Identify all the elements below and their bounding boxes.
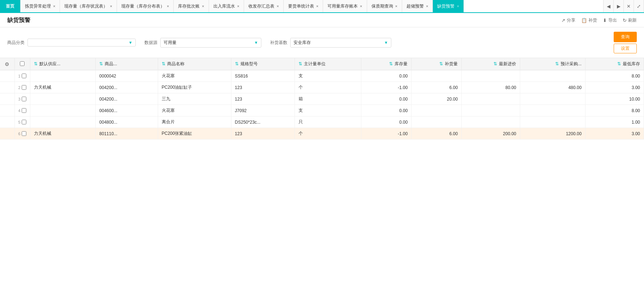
tab-available-ledger-close[interactable]: × <box>360 4 362 8</box>
col-header-min-stock[interactable]: ⇅ 最低库存 <box>586 58 644 70</box>
refresh-label: 刷新 <box>628 17 637 23</box>
tab-receipt-summary-label: 收发存汇总表 <box>248 3 274 9</box>
tab-inventory-dist[interactable]: 现存量（库存分布表） × <box>117 0 174 13</box>
row-settings-0 <box>0 70 14 82</box>
tab-inventory-status-close[interactable]: × <box>110 4 112 8</box>
row-spec-1: 123 <box>231 82 295 93</box>
query-button[interactable]: 查询 <box>614 32 637 42</box>
col-header-spec[interactable]: ⇅ 规格型号 <box>231 58 295 70</box>
col-header-estimated[interactable]: ⇅ 预计采购... <box>520 58 586 70</box>
tab-prev-button[interactable]: ◀ <box>604 0 614 13</box>
category-select[interactable]: ▼ <box>27 39 136 47</box>
table-row: 4 004600... 火花塞 J7092 支 0.00 8.00 <box>0 105 644 116</box>
row-checkbox-0[interactable] <box>22 74 26 78</box>
col-header-unit[interactable]: ⇅ 主计量单位 <box>295 58 361 70</box>
replenish-icon: 📋 <box>581 18 587 23</box>
tab-abnormal-close[interactable]: × <box>53 4 55 8</box>
col-header-stock[interactable]: ⇅ 库存量 <box>361 58 412 70</box>
row-name-5: PC200张紧油缸 <box>158 128 231 140</box>
tab-close-all-button[interactable]: ✕ <box>624 0 634 13</box>
tab-available-ledger[interactable]: 可用量库存账本 × <box>323 0 367 13</box>
tab-demand-stats-close[interactable]: × <box>316 4 318 8</box>
row-supplier-0 <box>30 70 95 82</box>
col-header-price[interactable]: ⇅ 最新进价 <box>462 58 520 70</box>
main-content: 缺货预警 ↗ 分享 📋 补货 ⬇ 导出 ↻ 刷新 商品分类 <box>0 13 644 287</box>
settings-gear-icon[interactable]: ⚙ <box>5 61 9 67</box>
tab-inout-flow[interactable]: 出入库流水 × <box>209 0 244 13</box>
row-checkbox-cell-0: 1 <box>14 70 30 82</box>
tab-next-button[interactable]: ▶ <box>614 0 624 13</box>
col-header-checkbox[interactable] <box>14 58 30 70</box>
sort-icon-spec: ⇅ <box>235 61 239 66</box>
refresh-button[interactable]: ↻ 刷新 <box>623 17 637 23</box>
sort-icon-code: ⇅ <box>99 61 103 66</box>
tab-batch-account-close[interactable]: × <box>202 4 204 8</box>
col-header-replenish[interactable]: ⇅ 补货量 <box>412 58 462 70</box>
row-checkbox-5[interactable] <box>22 131 26 136</box>
sort-icon-price: ⇅ <box>493 61 497 66</box>
row-min-stock-2: 10.00 <box>586 93 644 105</box>
export-icon: ⬇ <box>603 18 607 23</box>
replenish-button[interactable]: 📋 补货 <box>581 17 597 23</box>
tab-receipt-summary[interactable]: 收发存汇总表 × <box>244 0 283 13</box>
export-button[interactable]: ⬇ 导出 <box>603 17 617 23</box>
row-code-2: 004200... <box>96 93 158 105</box>
tab-expiry[interactable]: 保质期查询 × <box>367 0 402 13</box>
row-unit-1: 个 <box>295 82 361 93</box>
header-actions: ↗ 分享 📋 补货 ⬇ 导出 ↻ 刷新 <box>561 17 637 23</box>
row-replenish-3 <box>412 105 462 116</box>
row-checkbox-cell-1: 2 <box>14 82 30 93</box>
select-all-checkbox[interactable] <box>20 61 25 66</box>
row-supplier-3 <box>30 105 95 116</box>
row-checkbox-2[interactable] <box>22 97 26 101</box>
settings-button[interactable]: 设置 <box>614 44 637 53</box>
datasource-select-arrow: ▼ <box>254 40 258 45</box>
col-header-supplier[interactable]: ⇅ 默认供应... <box>30 58 95 70</box>
tab-abnormal[interactable]: 拣货异常处理 × <box>21 0 60 13</box>
row-estimated-3 <box>520 105 586 116</box>
tab-inventory-status[interactable]: 现存量（库存状况表） × <box>60 0 117 13</box>
tab-expand-button[interactable]: ⤢ <box>634 0 644 13</box>
row-price-5: 200.00 <box>462 128 520 140</box>
tab-batch-account[interactable]: 库存批次账 × <box>174 0 209 13</box>
row-replenish-0 <box>412 70 462 82</box>
data-table: ⚙ ⇅ 默认供应... ⇅ 商品... ⇅ 商品名称 <box>0 58 644 140</box>
col-header-settings[interactable]: ⚙ <box>0 58 14 70</box>
share-button[interactable]: ↗ 分享 <box>561 17 575 23</box>
tab-overstock-close[interactable]: × <box>426 4 428 8</box>
tab-abnormal-label: 拣货异常处理 <box>25 3 51 9</box>
tab-demand-stats[interactable]: 要货单统计表 × <box>284 0 323 13</box>
tab-shortage-close[interactable]: × <box>457 4 459 8</box>
row-code-1: 004200... <box>96 82 158 93</box>
col-header-code[interactable]: ⇅ 商品... <box>96 58 158 70</box>
tab-home-label: 首页 <box>6 3 14 9</box>
tab-inventory-dist-close[interactable]: × <box>167 4 169 8</box>
filter-bar: 商品分类 ▼ 数据源 可用量 ▼ 补货基数 安全库存 ▼ 查询 设置 <box>0 27 644 58</box>
tab-expiry-label: 保质期查询 <box>371 3 393 9</box>
row-checkbox-3[interactable] <box>22 108 26 113</box>
row-replenish-1: 6.00 <box>412 82 462 93</box>
row-checkbox-1[interactable] <box>22 85 26 90</box>
datasource-select[interactable]: 可用量 ▼ <box>160 38 261 48</box>
tab-receipt-summary-close[interactable]: × <box>277 4 279 8</box>
tab-overstock[interactable]: 超储预警 × <box>402 0 433 13</box>
row-stock-1: -1.00 <box>361 82 412 93</box>
row-stock-3: 0.00 <box>361 105 412 116</box>
row-stock-4: 0.00 <box>361 116 412 128</box>
tab-home[interactable]: 首页 <box>0 0 21 13</box>
tab-expiry-close[interactable]: × <box>395 4 397 8</box>
row-price-1: 80.00 <box>462 82 520 93</box>
page-title: 缺货预警 <box>7 17 30 24</box>
category-select-arrow: ▼ <box>129 40 132 45</box>
col-header-name[interactable]: ⇅ 商品名称 <box>158 58 231 70</box>
row-min-stock-1: 3.00 <box>586 82 644 93</box>
row-spec-5: 123 <box>231 128 295 140</box>
tab-inout-flow-close[interactable]: × <box>237 4 239 8</box>
sort-icon-unit: ⇅ <box>299 61 302 66</box>
row-checkbox-4[interactable] <box>22 120 26 124</box>
tab-shortage[interactable]: 缺货预警 × <box>433 0 464 13</box>
replenish-base-select[interactable]: 安全库存 ▼ <box>290 38 391 48</box>
row-price-3 <box>462 105 520 116</box>
refresh-icon: ↻ <box>623 18 627 23</box>
table-row: 1 0000042 火花塞 SS816 支 0.00 8.00 <box>0 70 644 82</box>
